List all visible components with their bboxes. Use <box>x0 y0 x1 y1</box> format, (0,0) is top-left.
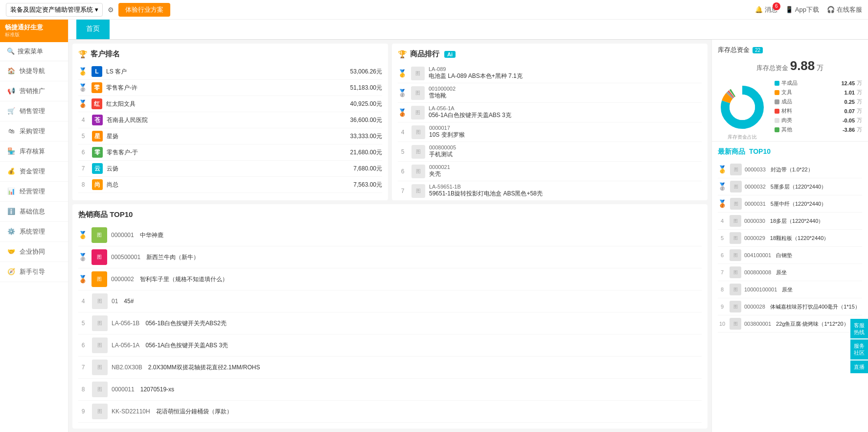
rank-number: 4 <box>718 218 727 224</box>
legend-item: 肉类 -0.05 万 <box>775 117 862 124</box>
legend-item: 成品 0.25 万 <box>775 98 862 105</box>
sidebar-item-inventory[interactable]: 🏪 库存核算 <box>0 142 68 162</box>
new-product-row: 5 图 0000029 18颗粒板（1220*2440） <box>718 230 862 247</box>
rank-number: 8 <box>718 287 727 292</box>
legend-item: 文具 1.01 万 <box>775 89 862 96</box>
new-product-thumbnail: 图 <box>730 284 741 295</box>
system-selector[interactable]: 装备及固定资产辅助管理系统 ▾ <box>6 3 103 17</box>
rank-number: 6 <box>718 252 727 258</box>
chart-icon: 📊 <box>7 187 16 196</box>
online-service-button[interactable]: 🎧 在线客服 <box>827 5 862 14</box>
donut-chart: 库存资金占比 <box>718 83 767 132</box>
rank-number: 7 <box>398 188 408 194</box>
sidebar-item-label: 资金管理 <box>20 167 45 176</box>
legend-name: 文具 <box>781 89 843 96</box>
sidebar-item-marketing[interactable]: 📢 营销推广 <box>0 81 68 101</box>
hot-product-thumbnail: 图 <box>92 360 108 375</box>
new-product-code: 004100001 <box>744 252 771 258</box>
product-name: 电池盖 LA-089 ABS本色+黑种 7.1克 <box>429 72 702 80</box>
new-product-name: 原坐 <box>782 286 862 293</box>
search-menu-label: 搜索菜单 <box>18 47 43 56</box>
customer-rank-row: 6 零 零售客户-于 21,680.00元 <box>78 144 382 161</box>
cs-community-button[interactable]: 服务社区 <box>850 339 868 360</box>
new-product-row: 4 图 0000030 18多层（1220*2440） <box>718 213 862 230</box>
sidebar-item-cooperation[interactable]: 🤝 企业协同 <box>0 242 68 262</box>
new-product-name: 5厘多层（1220*2440） <box>771 183 862 191</box>
customer-name: 零售客户-许 <box>106 84 346 92</box>
bronze-medal-icon: 🥉 <box>398 108 407 117</box>
customer-name: 红太阳文具 <box>106 100 346 108</box>
headset-icon: 🎧 <box>827 6 835 13</box>
customer-avatar: 零 <box>92 147 103 158</box>
rank-number: 4 <box>78 298 88 305</box>
trial-button[interactable]: 体验行业方案 <box>118 3 170 17</box>
legend-item: 其他 -3.86 万 <box>775 126 862 133</box>
sidebar-item-guide[interactable]: 🧭 新手引导 <box>0 262 68 282</box>
new-product-code: 000800008 <box>744 269 771 275</box>
legend-name: 成品 <box>781 98 843 105</box>
product-ranking-title: 🏆 商品排行 Ai <box>398 49 702 59</box>
sidebar-item-basic-info[interactable]: ℹ️ 基础信息 <box>0 202 68 222</box>
customer-ranking-section: 🏆 客户排名 🥇 L LS 客户 53,006.26元 🥈 零 零售客户-许 5… <box>72 44 388 200</box>
notifications-button[interactable]: 🔔 消息 6 <box>755 5 777 14</box>
hot-product-name: 056-1A白色按键开关盖ABS 3壳 <box>145 341 228 350</box>
new-product-thumbnail: 图 <box>730 164 742 175</box>
home-icon: 🏠 <box>7 67 16 75</box>
hot-product-code: 0000002 <box>111 276 134 283</box>
legend-color <box>775 99 779 104</box>
sidebar-item-label: 经营管理 <box>20 187 45 196</box>
sidebar-item-finance[interactable]: 💰 资金管理 <box>0 162 68 182</box>
topbar: 装备及固定资产辅助管理系统 ▾ ⚙ 体验行业方案 🔔 消息 6 📱 App下载 … <box>0 0 868 20</box>
new-product-thumbnail: 图 <box>730 181 742 192</box>
silver-medal-icon: 🥈 <box>78 253 88 262</box>
settings-icon[interactable]: ⚙ <box>106 5 115 15</box>
legend-color <box>775 81 779 86</box>
sidebar-item-purchase[interactable]: 🛍 采购管理 <box>0 121 68 142</box>
new-product-row: 10 图 003800001 22g鱼豆腐·烧烤味（1*12*20） <box>718 315 862 333</box>
sidebar-item-label: 基础信息 <box>20 207 45 216</box>
legend-value: -3.86 <box>843 127 855 133</box>
sidebar-item-system[interactable]: ⚙️ 系统管理 <box>0 222 68 242</box>
dashboard-right: 库存总资金 22 库存总资金 9.88 万 <box>711 40 868 432</box>
hot-product-thumbnail: 图 <box>92 382 108 397</box>
legend-item: 材料 0.07 万 <box>775 107 862 115</box>
logo-edition: 标准版 <box>5 31 43 38</box>
sidebar-item-shortcuts[interactable]: 🏠 快捷导航 <box>0 61 68 81</box>
product-ranking-list: 🥇 图 LA-089 电池盖 LA-089 ABS本色+黑种 7.1克 🥈 图 … <box>398 64 702 200</box>
inventory-badge: 22 <box>753 47 763 53</box>
rank-number: 4 <box>398 129 408 136</box>
donut-label: 库存资金占比 <box>728 134 757 141</box>
customer-amount: 53,006.26元 <box>350 68 382 76</box>
inventory-summary: 库存总资金 22 库存总资金 9.88 万 <box>712 40 868 142</box>
rank-number: 9 <box>718 304 727 310</box>
sidebar: 畅捷通好生意 标准版 🔍 搜索菜单 🏠 快捷导航 📢 营销推广 🛒 销售管理 🛍… <box>0 20 69 432</box>
system-name: 装备及固定资产辅助管理系统 <box>10 5 93 14</box>
new-product-row: 7 图 000800008 原坐 <box>718 264 862 281</box>
hot-products-title: 热销商品 TOP10 <box>78 210 702 219</box>
topbar-right: 🔔 消息 6 📱 App下载 🎧 在线客服 <box>755 5 862 14</box>
hot-product-code: KK-SD22110H <box>112 408 150 415</box>
logo: 畅捷通好生意 标准版 <box>5 24 43 38</box>
product-thumbnail: 图 <box>411 145 425 159</box>
logo-brand: 畅捷通好生意 <box>5 24 43 31</box>
sidebar-item-label: 库存核算 <box>20 147 45 156</box>
app-download-button[interactable]: 📱 App下载 <box>785 5 819 14</box>
rank-number: 7 <box>718 269 727 275</box>
customer-rank-row: 🥇 L LS 客户 53,006.26元 <box>78 64 382 80</box>
new-product-code: 0000030 <box>744 218 765 224</box>
hot-product-code: 000500001 <box>111 254 140 261</box>
gold-medal-icon: 🥇 <box>398 69 407 78</box>
cs-hotline-button[interactable]: 客服热线 <box>850 319 868 339</box>
hot-product-row: 9 图 KK-SD22110H 花语萌恒温分鐘桶袋（厚款） <box>78 401 702 423</box>
product-info: 0000017 10S 变刹罗猴 <box>429 125 702 139</box>
cs-live-button[interactable]: 直播 <box>850 360 868 373</box>
new-product-thumbnail: 图 <box>730 249 741 261</box>
new-product-row: 8 图 10000100001 原坐 <box>718 281 862 298</box>
silver-medal-icon: 🥈 <box>398 89 407 97</box>
tab-home[interactable]: 首页 <box>76 20 110 39</box>
search-menu-button[interactable]: 🔍 搜索菜单 <box>0 42 68 61</box>
sidebar-item-sales[interactable]: 🛒 销售管理 <box>0 101 68 121</box>
product-info: LA-056-1A 056-1A白色按键开关盖ABS 3克 <box>429 105 702 120</box>
sidebar-item-operations[interactable]: 📊 经营管理 <box>0 182 68 202</box>
hot-product-name: 45# <box>124 298 134 305</box>
